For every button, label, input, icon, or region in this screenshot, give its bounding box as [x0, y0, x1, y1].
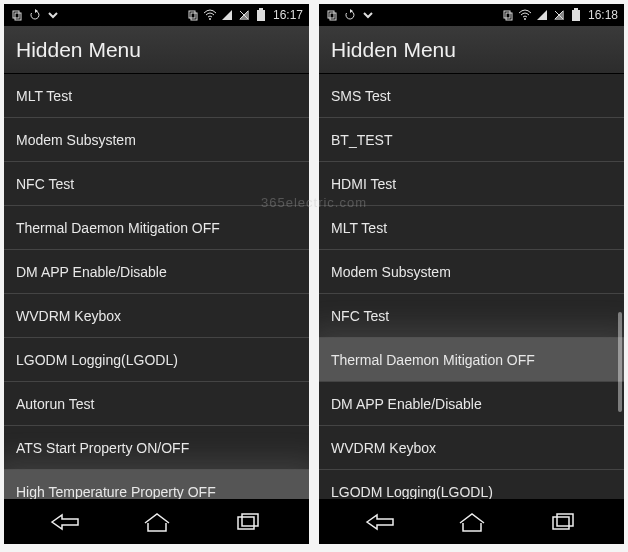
list-item[interactable]: HDMI Test	[319, 162, 624, 206]
list-item-label: MLT Test	[16, 88, 72, 104]
svg-rect-8	[257, 10, 265, 21]
sync-icon	[343, 8, 357, 22]
list-item-label: SMS Test	[331, 88, 391, 104]
page-title: Hidden Menu	[319, 26, 624, 74]
clock: 16:18	[588, 8, 618, 22]
svg-rect-9	[259, 8, 263, 10]
list-item-label: Modem Subsystem	[16, 132, 136, 148]
copy-icon	[501, 8, 515, 22]
list-item-label: WVDRM Keybox	[331, 440, 436, 456]
svg-rect-2	[189, 11, 195, 18]
phone-screen-0: R16:17Hidden MenuMLT TestModem Subsystem…	[4, 4, 309, 544]
svg-rect-21	[574, 8, 578, 10]
no-signal-icon	[237, 8, 251, 22]
list-item-label: BT_TEST	[331, 132, 392, 148]
page-title: Hidden Menu	[4, 26, 309, 74]
list-item[interactable]: ATS Start Property ON/OFF	[4, 426, 309, 470]
chevron-down-icon	[361, 8, 375, 22]
wifi-icon	[518, 8, 532, 22]
back-button[interactable]	[35, 507, 95, 537]
scrollbar-thumb[interactable]	[618, 312, 622, 412]
list-item[interactable]: Thermal Daemon Mitigation OFF	[319, 338, 624, 382]
svg-rect-20	[572, 10, 580, 21]
recent-button[interactable]	[218, 507, 278, 537]
battery-icon	[254, 8, 268, 22]
list-item-label: LGODM Logging(LGODL)	[331, 484, 493, 500]
list-item[interactable]: Modem Subsystem	[4, 118, 309, 162]
list-item-label: DM APP Enable/Disable	[331, 396, 482, 412]
list-item-label: High Temperature Property OFF	[16, 484, 216, 500]
list-item[interactable]: MLT Test	[319, 206, 624, 250]
list-item-label: ATS Start Property ON/OFF	[16, 440, 189, 456]
recent-button[interactable]	[533, 507, 593, 537]
chevron-down-icon	[46, 8, 60, 22]
list-item[interactable]: DM APP Enable/Disable	[319, 382, 624, 426]
back-button[interactable]	[350, 507, 410, 537]
list-item-label: HDMI Test	[331, 176, 396, 192]
signal-icon: R	[220, 8, 234, 22]
list-item-label: MLT Test	[331, 220, 387, 236]
list-item-label: WVDRM Keybox	[16, 308, 121, 324]
svg-rect-11	[242, 514, 258, 526]
status-bar: R16:17	[4, 4, 309, 26]
battery-icon	[569, 8, 583, 22]
list-item-label: Thermal Daemon Mitigation OFF	[16, 220, 220, 236]
status-bar: R16:18	[319, 4, 624, 26]
list-item[interactable]: DM APP Enable/Disable	[4, 250, 309, 294]
home-button[interactable]	[127, 507, 187, 537]
list-item[interactable]: BT_TEST	[319, 118, 624, 162]
svg-rect-15	[506, 13, 512, 20]
list-item-label: LGODM Logging(LGODL)	[16, 352, 178, 368]
list-item-label: NFC Test	[16, 176, 74, 192]
notif-icon	[325, 8, 339, 22]
svg-point-4	[209, 18, 211, 20]
list-item[interactable]: WVDRM Keybox	[319, 426, 624, 470]
svg-rect-23	[557, 514, 573, 526]
notif-icon	[10, 8, 24, 22]
svg-text:R: R	[539, 9, 543, 15]
sync-icon	[28, 8, 42, 22]
svg-rect-14	[504, 11, 510, 18]
wifi-icon	[203, 8, 217, 22]
list-item-label: DM APP Enable/Disable	[16, 264, 167, 280]
list-item[interactable]: LGODM Logging(LGODL)	[4, 338, 309, 382]
list-item-label: Modem Subsystem	[331, 264, 451, 280]
no-signal-icon	[552, 8, 566, 22]
list-item-label: Autorun Test	[16, 396, 94, 412]
list-item[interactable]: MLT Test	[4, 74, 309, 118]
menu-list[interactable]: MLT TestModem SubsystemNFC TestThermal D…	[4, 74, 309, 499]
home-button[interactable]	[442, 507, 502, 537]
list-item[interactable]: Modem Subsystem	[319, 250, 624, 294]
svg-rect-3	[191, 13, 197, 20]
list-item-label: Thermal Daemon Mitigation OFF	[331, 352, 535, 368]
list-item[interactable]: High Temperature Property OFF	[4, 470, 309, 499]
copy-icon	[186, 8, 200, 22]
svg-rect-13	[330, 13, 336, 20]
svg-point-16	[524, 18, 526, 20]
svg-text:R: R	[224, 9, 228, 15]
list-item[interactable]: SMS Test	[319, 74, 624, 118]
clock: 16:17	[273, 8, 303, 22]
list-item[interactable]: NFC Test	[4, 162, 309, 206]
menu-list[interactable]: SMS TestBT_TESTHDMI TestMLT TestModem Su…	[319, 74, 624, 499]
list-item-label: NFC Test	[331, 308, 389, 324]
svg-rect-12	[328, 11, 334, 18]
list-item[interactable]: LGODM Logging(LGODL)	[319, 470, 624, 499]
list-item[interactable]: NFC Test	[319, 294, 624, 338]
svg-rect-22	[553, 517, 569, 529]
svg-rect-1	[15, 13, 21, 20]
svg-rect-0	[13, 11, 19, 18]
signal-icon: R	[535, 8, 549, 22]
svg-rect-10	[238, 517, 254, 529]
nav-bar	[4, 499, 309, 544]
list-item[interactable]: WVDRM Keybox	[4, 294, 309, 338]
list-item[interactable]: Thermal Daemon Mitigation OFF	[4, 206, 309, 250]
list-item[interactable]: Autorun Test	[4, 382, 309, 426]
nav-bar	[319, 499, 624, 544]
phone-screen-1: R16:18Hidden MenuSMS TestBT_TESTHDMI Tes…	[319, 4, 624, 544]
